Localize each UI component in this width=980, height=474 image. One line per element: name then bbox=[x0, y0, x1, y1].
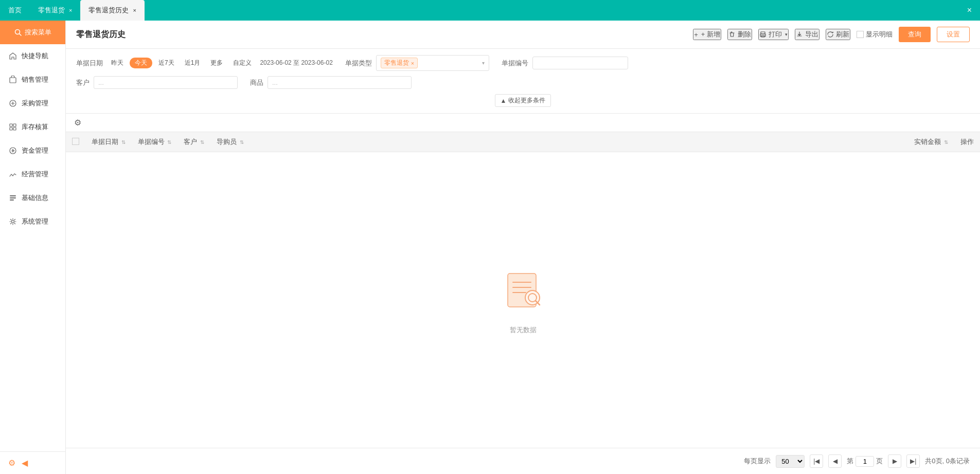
svg-rect-11 bbox=[10, 199, 14, 200]
date-btn-1month[interactable]: 近1月 bbox=[181, 58, 205, 68]
total-info: 共0页, 0条记录 bbox=[925, 457, 970, 466]
sidebar-item-purchase[interactable]: 采购管理 bbox=[0, 92, 65, 115]
th-guide-sort[interactable]: ⇅ bbox=[240, 139, 244, 145]
close-window-btn[interactable]: × bbox=[959, 6, 980, 15]
page-header: 零售退货历史 + + 新增 删除 打印 ▾ 导出 bbox=[66, 21, 980, 49]
th-date-sort[interactable]: ⇅ bbox=[121, 139, 126, 145]
inventory-icon bbox=[8, 122, 17, 132]
delete-button[interactable]: 删除 bbox=[727, 29, 752, 40]
show-detail-toggle[interactable]: 显示明细 bbox=[857, 30, 893, 39]
query-button[interactable]: 查询 bbox=[899, 27, 931, 42]
customer-placeholder: ... bbox=[98, 79, 104, 86]
content-area: 零售退货历史 + + 新增 删除 打印 ▾ 导出 bbox=[66, 21, 980, 474]
setting-button[interactable]: 设置 bbox=[937, 27, 970, 42]
doc-type-label: 单据类型 bbox=[345, 59, 372, 68]
th-amount: 实销金额 ⇅ bbox=[908, 132, 954, 152]
doc-no-label: 单据编号 bbox=[502, 59, 528, 68]
doc-type-tag: 零售退货 × bbox=[381, 58, 418, 68]
close-tab-retail-return[interactable]: × bbox=[69, 7, 72, 13]
table-header-row: 单据日期 ⇅ 单据编号 ⇅ 客户 ⇅ 导购员 ⇅ bbox=[66, 132, 980, 152]
sidebar-search-label: 搜索菜单 bbox=[25, 28, 51, 37]
audio-footer-icon[interactable]: ◀ bbox=[22, 458, 28, 468]
data-table: 单据日期 ⇅ 单据编号 ⇅ 客户 ⇅ 导购员 ⇅ bbox=[66, 132, 980, 152]
collapse-btn-wrapper: ▲ 收起更多条件 bbox=[76, 94, 970, 107]
page-size-label: 每页显示 bbox=[744, 457, 771, 466]
export-button[interactable]: 导出 bbox=[795, 29, 819, 40]
finance-icon bbox=[8, 146, 17, 155]
filter-goods: 商品 ... bbox=[250, 76, 412, 89]
sidebar-footer: ⚙ ◀ bbox=[0, 451, 65, 474]
prev-page-btn[interactable]: ◀ bbox=[828, 454, 842, 468]
th-no-sort[interactable]: ⇅ bbox=[167, 139, 171, 145]
th-date: 单据日期 ⇅ bbox=[85, 132, 132, 152]
sidebar-item-inventory[interactable]: 库存核算 bbox=[0, 115, 65, 139]
tab-retail-return-history[interactable]: 零售退货历史 × bbox=[80, 0, 144, 21]
sidebar-item-quick-nav[interactable]: 快捷导航 bbox=[0, 44, 65, 68]
add-button[interactable]: + + 新增 bbox=[693, 29, 721, 40]
th-no: 单据编号 ⇅ bbox=[132, 132, 178, 152]
table-column-settings-icon[interactable]: ⚙ bbox=[74, 118, 81, 127]
sidebar-item-sales[interactable]: 销售管理 bbox=[0, 68, 65, 92]
tab-retail-return[interactable]: 零售退货 × bbox=[30, 0, 80, 21]
svg-rect-4 bbox=[10, 124, 12, 126]
date-quick-btns: 昨天 今天 近7天 近1月 更多 自定义 bbox=[107, 58, 256, 68]
page-size-select[interactable]: 50 100 200 bbox=[776, 455, 805, 468]
sidebar-search[interactable]: 搜索菜单 bbox=[0, 21, 65, 44]
goods-select[interactable]: ... bbox=[268, 76, 412, 89]
date-btn-custom[interactable]: 自定义 bbox=[229, 58, 256, 68]
filter-row-1: 单据日期 昨天 今天 近7天 近1月 更多 自定义 2023-06-02 至 2… bbox=[76, 55, 970, 71]
filter-doc-no: 单据编号 bbox=[502, 57, 628, 69]
date-btn-today[interactable]: 今天 bbox=[130, 58, 152, 68]
collapse-label: 收起更多条件 bbox=[508, 96, 545, 105]
date-btn-7days[interactable]: 近7天 bbox=[154, 58, 179, 68]
select-all-checkbox[interactable] bbox=[72, 138, 79, 145]
ops-icon bbox=[8, 170, 17, 179]
th-customer: 客户 ⇅ bbox=[177, 132, 210, 152]
purchase-icon bbox=[8, 99, 17, 108]
page-title: 零售退货历史 bbox=[76, 29, 126, 40]
page-input[interactable] bbox=[856, 456, 874, 467]
show-detail-checkbox[interactable] bbox=[857, 31, 864, 38]
page-actions: + + 新增 删除 打印 ▾ 导出 刷新 bbox=[693, 27, 970, 42]
sidebar-item-finance[interactable]: 资金管理 bbox=[0, 139, 65, 162]
search-icon bbox=[14, 29, 22, 36]
next-page-btn[interactable]: ▶ bbox=[888, 454, 901, 468]
date-btn-more[interactable]: 更多 bbox=[206, 58, 227, 68]
th-spacer bbox=[250, 132, 908, 152]
doc-type-select[interactable]: 零售退货 × ▾ bbox=[376, 55, 489, 71]
th-customer-sort[interactable]: ⇅ bbox=[200, 139, 204, 145]
home-icon bbox=[8, 51, 17, 61]
delete-icon bbox=[728, 31, 736, 38]
print-button[interactable]: 打印 ▾ bbox=[758, 29, 789, 40]
goods-label: 商品 bbox=[250, 78, 263, 87]
th-amount-sort[interactable]: ⇅ bbox=[944, 139, 948, 145]
customer-select[interactable]: ... bbox=[94, 76, 238, 89]
first-page-btn[interactable]: |◀ bbox=[810, 454, 823, 468]
print-dropdown-icon: ▾ bbox=[785, 32, 788, 37]
sidebar: 搜索菜单 快捷导航 销售管理 采购管理 库存核算 bbox=[0, 21, 66, 474]
sidebar-item-basic[interactable]: 基础信息 bbox=[0, 186, 65, 210]
sidebar-item-quick-nav-label: 快捷导航 bbox=[22, 51, 48, 61]
collapse-icon: ▲ bbox=[501, 97, 507, 104]
doc-type-tag-close[interactable]: × bbox=[411, 60, 414, 66]
sidebar-item-finance-label: 资金管理 bbox=[22, 146, 48, 155]
settings-footer-icon[interactable]: ⚙ bbox=[8, 458, 15, 468]
close-tab-retail-return-history[interactable]: × bbox=[133, 7, 136, 13]
tab-home[interactable]: 首页 bbox=[0, 0, 30, 21]
last-page-btn[interactable]: ▶| bbox=[906, 454, 920, 468]
sidebar-item-system[interactable]: 系统管理 bbox=[0, 210, 65, 233]
sales-icon bbox=[8, 75, 17, 84]
print-icon bbox=[759, 31, 767, 38]
refresh-button[interactable]: 刷新 bbox=[826, 29, 850, 40]
top-nav: 首页 零售退货 × 零售退货历史 × × bbox=[0, 0, 980, 21]
sidebar-item-sales-label: 销售管理 bbox=[22, 75, 48, 84]
date-btn-yesterday[interactable]: 昨天 bbox=[107, 58, 128, 68]
collapse-btn[interactable]: ▲ 收起更多条件 bbox=[495, 94, 551, 107]
th-guide-label: 导购员 bbox=[217, 138, 237, 145]
doc-type-dropdown-icon: ▾ bbox=[482, 60, 485, 66]
sidebar-item-operations[interactable]: 经营管理 bbox=[0, 162, 65, 186]
goods-placeholder: ... bbox=[272, 79, 278, 86]
svg-rect-9 bbox=[10, 195, 16, 196]
svg-rect-7 bbox=[13, 127, 16, 130]
doc-no-input[interactable] bbox=[532, 57, 628, 69]
